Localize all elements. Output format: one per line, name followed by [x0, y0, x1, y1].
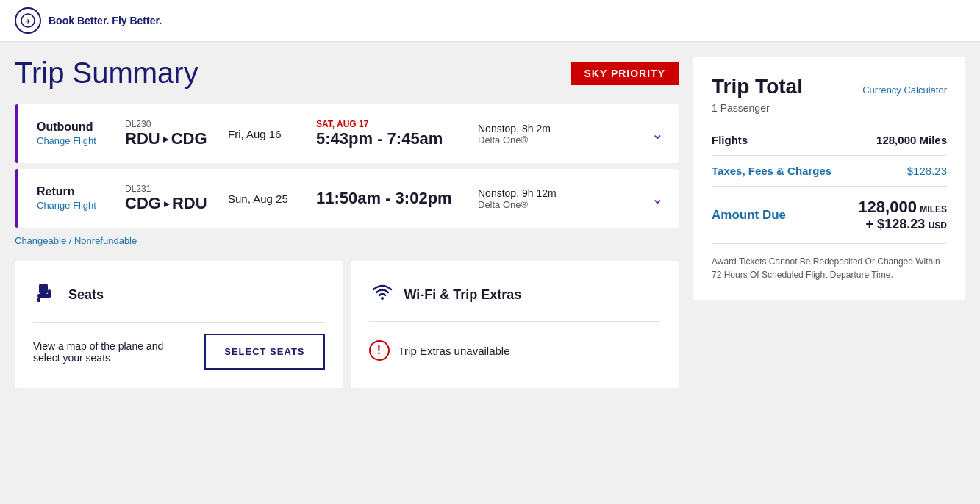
- outbound-arrow: ▸: [163, 133, 168, 145]
- return-route: CDG ▸ RDU: [125, 194, 213, 213]
- amount-due-row: Amount Due 128,000 MILES + $128.23 USD: [712, 198, 947, 232]
- seats-description: View a map of the plane and select your …: [33, 340, 190, 364]
- outbound-info-col: Nonstop, 8h 2m Delta One®: [478, 123, 660, 145]
- outbound-route-col: DL230 RDU ▸ CDG: [125, 119, 213, 148]
- return-info-col: Nonstop, 9h 12m Delta One®: [478, 187, 660, 210]
- flights-label: Flights: [712, 134, 748, 146]
- return-label-col: Return Change Flight: [37, 185, 110, 212]
- outbound-duration: Nonstop, 8h 2m: [478, 123, 660, 134]
- seat-icon: [33, 279, 60, 311]
- miles-amount-row: 128,000 MILES: [858, 198, 947, 217]
- passenger-count: 1 Passenger: [712, 102, 947, 114]
- page-header: Trip Summary SKY PRIORITY: [15, 57, 679, 90]
- return-time-col: 11:50am - 3:02pm: [316, 189, 463, 208]
- amount-due-values: 128,000 MILES + $128.23 USD: [858, 198, 947, 232]
- svg-rect-2: [39, 284, 48, 294]
- trip-unavailable: ! Trip Extras unavailable: [369, 333, 661, 368]
- outbound-date-col: Fri, Aug 16: [228, 128, 301, 140]
- outbound-flight-number: DL230: [125, 119, 213, 129]
- outbound-label-col: Outbound Change Flight: [37, 120, 110, 147]
- seats-card-title: Seats: [68, 287, 104, 303]
- taxes-label: Taxes, Fees & Charges: [712, 165, 831, 177]
- usd-amount: 128.23: [884, 217, 925, 231]
- outbound-expand-icon[interactable]: ⌄: [651, 125, 664, 143]
- outbound-destination: CDG: [171, 129, 207, 148]
- currency-calculator-link[interactable]: Currency Calculator: [862, 84, 947, 96]
- select-seats-button[interactable]: SELECT SEATS: [204, 334, 324, 370]
- return-class: Delta One®: [478, 199, 660, 210]
- wifi-card-title: Wi-Fi & Trip Extras: [404, 287, 522, 303]
- outbound-time: 5:43pm - 7:45am: [316, 129, 463, 148]
- svg-point-6: [381, 297, 384, 300]
- return-date-col: Sun, Aug 25: [228, 192, 301, 205]
- seats-card: Seats View a map of the plane and select…: [15, 261, 343, 388]
- seats-content: View a map of the plane and select your …: [33, 334, 325, 370]
- extras-section: Seats View a map of the plane and select…: [15, 261, 679, 388]
- flights-total-row: Flights 128,000 Miles: [712, 125, 947, 156]
- outbound-date: Fri, Aug 16: [228, 128, 282, 140]
- sky-priority-badge: SKY PRIORITY: [571, 62, 679, 85]
- usd-amount-row: + $128.23 USD: [858, 217, 947, 232]
- outbound-label: Outbound: [37, 120, 110, 134]
- trip-total-title: Trip Total: [712, 75, 803, 98]
- right-panel: Trip Total Currency Calculator 1 Passeng…: [693, 57, 965, 388]
- return-destination: RDU: [172, 194, 207, 213]
- return-expand-icon[interactable]: ⌄: [651, 190, 664, 207]
- logo-text: Book Better. Fly Better.: [49, 15, 162, 26]
- flights-value: 128,000 Miles: [876, 134, 947, 146]
- return-date: Sun, Aug 25: [228, 192, 288, 205]
- return-flight-card: Return Change Flight DL231 CDG ▸ RDU Sun…: [15, 169, 679, 228]
- usd-prefix: + $: [866, 217, 885, 231]
- svg-rect-5: [37, 298, 40, 302]
- alert-icon: !: [369, 340, 390, 361]
- return-arrow: ▸: [164, 198, 169, 209]
- page-title: Trip Summary: [15, 57, 198, 90]
- svg-rect-4: [48, 289, 51, 298]
- wifi-icon: [369, 279, 396, 310]
- amount-due-label: Amount Due: [712, 208, 786, 223]
- changeable-text[interactable]: Changeable / Nonrefundable: [15, 235, 679, 246]
- miles-unit: MILES: [920, 204, 947, 215]
- miles-amount: 128,000: [858, 198, 917, 216]
- svg-text:✈: ✈: [26, 18, 31, 25]
- outbound-class: Delta One®: [478, 134, 660, 145]
- return-label: Return: [37, 185, 110, 198]
- return-change-flight-link[interactable]: Change Flight: [37, 200, 96, 211]
- taxes-value: $128.23: [907, 165, 947, 177]
- return-route-col: DL231 CDG ▸ RDU: [125, 184, 213, 213]
- unavailable-text: Trip Extras unavailable: [398, 345, 510, 357]
- header: ✈ Book Better. Fly Better.: [0, 0, 980, 42]
- outbound-origin: RDU: [125, 129, 160, 148]
- outbound-change-flight-link[interactable]: Change Flight: [37, 135, 96, 146]
- trip-total-card: Trip Total Currency Calculator 1 Passeng…: [693, 57, 965, 300]
- outbound-highlight-date: SAT, AUG 17: [316, 119, 463, 129]
- outbound-route: RDU ▸ CDG: [125, 129, 213, 148]
- seats-card-header: Seats: [33, 279, 325, 323]
- main-container: Trip Summary SKY PRIORITY Outbound Chang…: [0, 42, 980, 403]
- taxes-total-row: Taxes, Fees & Charges $128.23: [712, 156, 947, 187]
- return-flight-number: DL231: [125, 184, 213, 194]
- left-panel: Trip Summary SKY PRIORITY Outbound Chang…: [15, 57, 679, 388]
- return-origin: CDG: [125, 194, 161, 213]
- return-time: 11:50am - 3:02pm: [316, 189, 463, 208]
- outbound-flight-card: Outbound Change Flight DL230 RDU ▸ CDG F…: [15, 104, 679, 163]
- usd-unit: USD: [929, 220, 947, 231]
- award-notice: Award Tickets Cannot Be Redeposited Or C…: [712, 255, 947, 281]
- wifi-card-header: Wi-Fi & Trip Extras: [369, 279, 661, 322]
- return-duration: Nonstop, 9h 12m: [478, 187, 660, 199]
- amount-due-section: Amount Due 128,000 MILES + $128.23 USD: [712, 187, 947, 244]
- trip-total-header: Trip Total Currency Calculator: [712, 75, 947, 98]
- wifi-card: Wi-Fi & Trip Extras ! Trip Extras unavai…: [351, 261, 679, 388]
- logo-icon: ✈: [15, 7, 41, 34]
- outbound-time-col: SAT, AUG 17 5:43pm - 7:45am: [316, 119, 463, 148]
